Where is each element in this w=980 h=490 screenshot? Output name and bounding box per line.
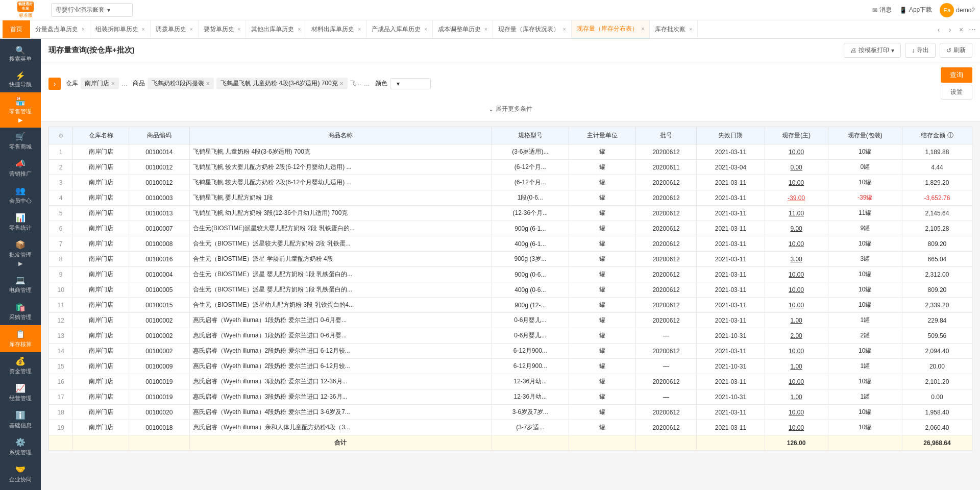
tab-more-btn[interactable]: ⋯ xyxy=(967,24,977,35)
goods-tag-2-remove[interactable]: × xyxy=(340,80,344,87)
tab-next-btn[interactable]: › xyxy=(945,24,955,35)
sidebar-item-inventory[interactable]: 📋 库存核算 xyxy=(0,325,41,352)
sidebar-item-cooperation[interactable]: 🤝 企业协同 xyxy=(0,460,41,487)
goods-tag-2[interactable]: 飞鹤星飞帆 儿童奶粉 4段(3-6岁适用) 700克 × xyxy=(216,78,348,89)
row-qty-main[interactable]: 10.00 xyxy=(765,236,828,252)
goods-tag-1[interactable]: 飞鹤奶粉3段丙提装 × xyxy=(148,78,214,89)
row-warehouse: 南岸门店 xyxy=(73,313,129,328)
sidebar-item-search[interactable]: 🔍 搜索英单 xyxy=(0,41,41,67)
row-num: 3 xyxy=(49,175,73,190)
export-button[interactable]: ↓ 导出 xyxy=(905,43,936,58)
close-icon[interactable]: × xyxy=(484,27,487,32)
goods-ellipsis[interactable]: … xyxy=(364,80,370,87)
row-qty-main[interactable]: 0.00 xyxy=(765,160,828,175)
close-icon[interactable]: × xyxy=(190,27,193,32)
system-icon: ⚙️ xyxy=(15,437,26,447)
sidebar-item-retail[interactable]: 🏪 零售管理 ▶ xyxy=(0,92,41,128)
sidebar-item-wholesale[interactable]: 📦 批发管理 ▶ xyxy=(0,236,41,271)
close-icon[interactable]: × xyxy=(424,27,427,32)
row-qty-main[interactable]: 2.00 xyxy=(765,328,828,344)
goods-tag-1-remove[interactable]: × xyxy=(206,80,210,87)
tab-8[interactable]: 成本调整单历史 × xyxy=(433,20,493,39)
row-qty-main[interactable]: 9.00 xyxy=(765,221,828,236)
row-qty-main[interactable]: 10.00 xyxy=(765,420,828,435)
close-icon[interactable]: × xyxy=(142,27,145,32)
tab-9[interactable]: 现存量（库存状况表） × xyxy=(493,20,572,39)
row-qty-main[interactable]: 10.00 xyxy=(765,282,828,298)
row-qty-main[interactable]: 1.00 xyxy=(765,359,828,374)
message-btn[interactable]: ✉ 消息 xyxy=(872,6,892,14)
tab-10[interactable]: 现存量（库存分布表） × xyxy=(572,20,650,39)
tab-7[interactable]: 产成品入库单历史 × xyxy=(366,20,433,39)
th-settings[interactable]: ⚙ xyxy=(49,127,73,144)
tab-11[interactable]: 库存批次账 × xyxy=(650,20,698,39)
close-icon[interactable]: × xyxy=(298,27,301,32)
row-num: 13 xyxy=(49,328,73,344)
sidebar-item-quicknav[interactable]: ⚡ 快捷导航 xyxy=(0,67,41,92)
goods-more[interactable]: 飞... xyxy=(350,79,361,88)
table-row: 6 南岸门店 00100007 合生元(BIOSTIME)派星较大婴儿配方奶粉 … xyxy=(49,221,972,236)
sidebar-item-retailstats[interactable]: 📊 零售统计 xyxy=(0,209,41,236)
refresh-button[interactable]: ↺ 刷新 xyxy=(940,43,972,58)
expand-more-btn[interactable]: ⌄ 展开更多条件 xyxy=(486,102,535,116)
row-qty-main[interactable]: 10.00 xyxy=(765,405,828,420)
query-button[interactable]: 查询 xyxy=(941,67,972,83)
row-warehouse: 南岸门店 xyxy=(73,190,129,206)
close-icon[interactable]: × xyxy=(689,27,692,32)
row-qty-pkg: 10罐 xyxy=(828,405,902,420)
sidebar-item-retailshop[interactable]: 🛒 零售商城 xyxy=(0,128,41,155)
sidebar-item-marketing[interactable]: 📣 营销推广 xyxy=(0,155,41,182)
sidebar-item-operations[interactable]: 📈 经营管理 xyxy=(0,379,41,406)
sidebar-item-system[interactable]: ⚙️ 系统管理 xyxy=(0,433,41,460)
row-expire: 2021-10-31 xyxy=(697,328,765,344)
tab-close-all-btn[interactable]: × xyxy=(956,24,966,35)
tab-3[interactable]: 调拨单历史 × xyxy=(151,20,199,39)
row-qty-main[interactable]: 10.00 xyxy=(765,374,828,389)
close-icon[interactable]: × xyxy=(563,27,566,32)
row-qty-main[interactable]: 1.00 xyxy=(765,389,828,405)
tab-prev-btn[interactable]: ‹ xyxy=(934,24,944,35)
print-button[interactable]: 🖨 按模板打印 ▾ xyxy=(844,43,901,58)
row-qty-main[interactable]: 1.00 xyxy=(765,313,828,328)
sidebar-item-basicinfo[interactable]: ℹ️ 基础信息 xyxy=(0,406,41,433)
settings-button[interactable]: 设置 xyxy=(941,85,972,100)
warehouse-more[interactable]: … xyxy=(121,80,128,87)
industry-selector[interactable]: 母婴行业演示账套 ▾ xyxy=(51,3,133,17)
tab-4[interactable]: 要货单历史 × xyxy=(199,20,247,39)
warehouse-remove-icon[interactable]: × xyxy=(111,80,115,87)
tab-1[interactable]: 分量盘点单历史 × xyxy=(30,20,90,39)
close-icon[interactable]: × xyxy=(82,27,85,32)
row-expire: 2021-03-11 xyxy=(697,282,765,298)
row-expire: 2021-03-11 xyxy=(697,144,765,160)
home-label: 首页 xyxy=(10,25,22,34)
settings-icon[interactable]: ⚙ xyxy=(58,132,64,139)
close-icon[interactable]: × xyxy=(238,27,241,32)
warehouse-tag[interactable]: 南岸门店 × xyxy=(81,78,119,89)
row-qty-pkg: 10罐 xyxy=(828,236,902,252)
tab-home[interactable]: 首页 xyxy=(3,20,30,39)
close-icon[interactable]: × xyxy=(358,27,361,32)
row-qty-main[interactable]: 10.00 xyxy=(765,175,828,190)
row-qty-main[interactable]: 3.00 xyxy=(765,252,828,267)
sidebar-item-newguide[interactable]: 🎯 新手引导 xyxy=(0,487,41,490)
user-avatar[interactable]: Ea demo2 xyxy=(940,3,975,17)
row-qty-main[interactable]: 11.00 xyxy=(765,206,828,221)
row-batch: — xyxy=(636,389,697,405)
row-qty-main[interactable]: -39.00 xyxy=(765,190,828,206)
color-dropdown[interactable]: ▾ xyxy=(390,78,431,89)
close-icon[interactable]: × xyxy=(642,26,645,32)
row-qty-main[interactable]: 10.00 xyxy=(765,298,828,313)
filter-expand-btn[interactable]: › xyxy=(48,78,61,90)
sidebar-item-finance[interactable]: 💰 资金管理 xyxy=(0,352,41,379)
tab-5[interactable]: 其他出库单历史 × xyxy=(246,20,306,39)
download-btn[interactable]: 📱 App下载 xyxy=(899,6,932,14)
row-qty-main[interactable]: 10.00 xyxy=(765,344,828,359)
row-qty-main[interactable]: 10.00 xyxy=(765,144,828,160)
sidebar-item-ecommerce[interactable]: 💻 电商管理 xyxy=(0,271,41,298)
tab-6[interactable]: 材料出库单历史 × xyxy=(306,20,366,39)
row-batch: 20200612 xyxy=(636,175,697,190)
tab-2[interactable]: 组装拆卸单历史 × xyxy=(90,20,151,39)
sidebar-item-purchase[interactable]: 🛍️ 采购管理 xyxy=(0,298,41,325)
sidebar-item-member[interactable]: 👥 会员中心 xyxy=(0,182,41,209)
row-qty-main[interactable]: 10.00 xyxy=(765,267,828,282)
